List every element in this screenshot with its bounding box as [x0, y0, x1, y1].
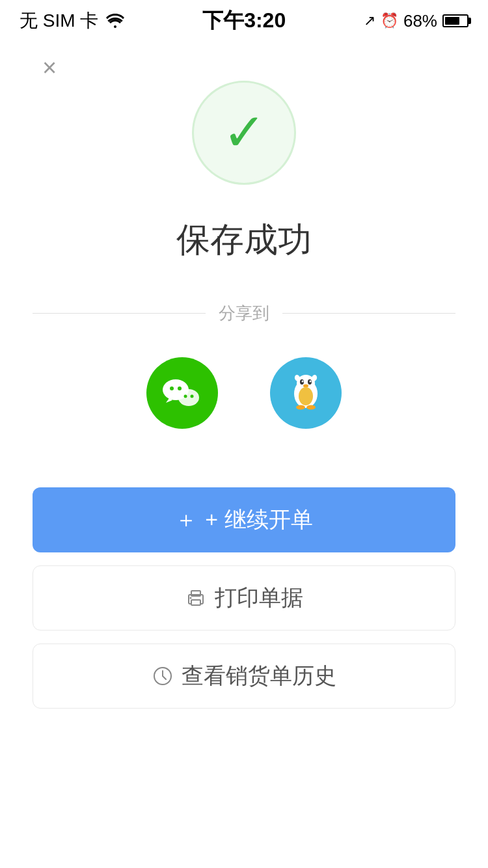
- svg-rect-21: [191, 600, 200, 605]
- status-left: 无 SIM 卡: [20, 8, 124, 33]
- print-button[interactable]: 打印单据: [33, 565, 455, 631]
- plus-icon: ＋: [175, 505, 197, 535]
- wifi-icon: [106, 14, 124, 28]
- wechat-icon: [159, 370, 205, 416]
- status-time: 下午3:20: [202, 7, 286, 35]
- action-buttons: ＋ + 继续开单 打印单据 查看销货单历史: [0, 487, 488, 709]
- svg-point-17: [296, 405, 305, 410]
- continue-button-label: + 继续开单: [205, 505, 312, 535]
- history-icon: [152, 665, 174, 687]
- history-button[interactable]: 查看销货单历史: [33, 644, 455, 709]
- print-button-label: 打印单据: [215, 583, 303, 613]
- svg-point-14: [299, 387, 313, 405]
- svg-point-13: [303, 385, 308, 388]
- checkmark-icon: ✓: [223, 107, 266, 159]
- svg-point-22: [190, 597, 192, 599]
- share-section: 分享到: [0, 302, 488, 429]
- location-icon: ↗: [364, 12, 375, 29]
- svg-point-11: [302, 381, 304, 383]
- history-button-label: 查看销货单历史: [182, 661, 336, 691]
- svg-point-5: [191, 395, 194, 398]
- alarm-icon: ⏰: [381, 12, 398, 29]
- svg-point-3: [178, 387, 182, 390]
- svg-point-2: [170, 387, 174, 390]
- success-icon-circle: ✓: [192, 81, 296, 185]
- battery-icon: [442, 14, 468, 27]
- svg-point-12: [310, 381, 312, 383]
- qq-icon: [283, 370, 329, 416]
- status-bar: 无 SIM 卡 下午3:20 ↗ ⏰ 68%: [0, 0, 488, 42]
- share-icons: [0, 357, 488, 429]
- svg-point-18: [306, 405, 316, 410]
- svg-point-4: [184, 395, 187, 398]
- main-content: ✓ 保存成功 分享到: [0, 42, 488, 709]
- share-divider: 分享到: [33, 302, 455, 325]
- battery-percentage: 68%: [403, 11, 437, 31]
- close-button[interactable]: ×: [33, 51, 66, 85]
- qq-share-button[interactable]: [270, 357, 342, 429]
- status-right: ↗ ⏰ 68%: [364, 11, 468, 31]
- svg-point-1: [178, 389, 199, 406]
- continue-button[interactable]: ＋ + 继续开单: [33, 487, 455, 552]
- share-label: 分享到: [206, 302, 282, 325]
- print-icon: [185, 587, 207, 609]
- success-title: 保存成功: [176, 217, 312, 263]
- wechat-share-button[interactable]: [146, 357, 218, 429]
- no-sim-text: 无 SIM 卡: [20, 8, 98, 33]
